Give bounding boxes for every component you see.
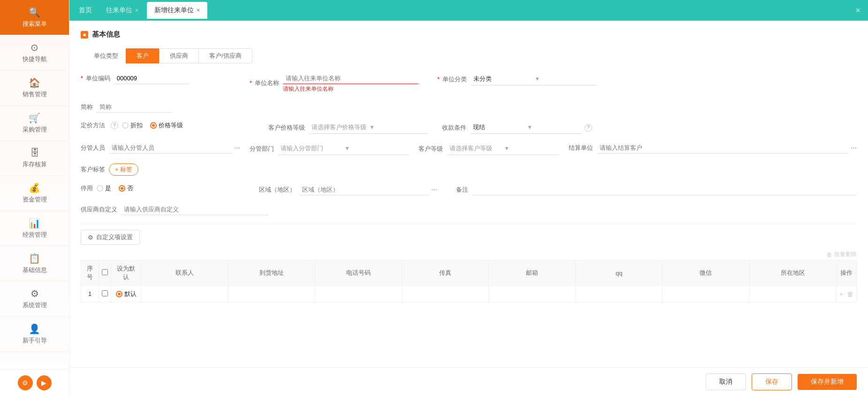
payment-help-icon[interactable]: ?	[585, 124, 592, 132]
guide-icon: 👤	[29, 323, 40, 334]
custom-settings-button[interactable]: ⚙ 自定义项设置	[81, 230, 140, 245]
delete-icon: 🗑	[827, 251, 832, 258]
add-row-icon[interactable]: +	[839, 290, 843, 298]
region-more-btn[interactable]: ···	[431, 186, 437, 194]
save-button[interactable]: 保存	[752, 373, 792, 390]
region-input[interactable]	[299, 184, 429, 195]
field-tag: 客户标签 + 标签	[81, 163, 857, 176]
add-tag-button[interactable]: + 标签	[109, 163, 138, 176]
payment-label: 收款条件	[442, 124, 466, 132]
col-fax: 传真	[402, 261, 488, 286]
section-title: ■ 基本信息	[81, 30, 857, 39]
sidebar-item-system[interactable]: ⚙ 系统管理	[0, 281, 69, 317]
system-icon: ⚙	[30, 288, 39, 299]
sidebar-item-search[interactable]: 🔍 搜索菜单	[0, 0, 69, 35]
qq-input[interactable]	[579, 288, 659, 299]
form-area: ■ 基本信息 单位类型 客户 供应商 客户/供应商 * 单位编码 *	[69, 21, 868, 367]
radio-no[interactable]: 否	[119, 184, 133, 193]
table-area: 🗑 批量删除 序号 设为默认 联系人 到货地址 电话号码 传真 邮箱 qq	[81, 250, 857, 303]
default-radio[interactable]: 默认	[114, 290, 138, 298]
sidebar-item-label: 搜索菜单	[23, 20, 47, 28]
contact-input[interactable]	[144, 288, 225, 299]
field-settlement: 结算单位 ···	[569, 142, 857, 154]
tag-label: 客户标签	[81, 165, 105, 174]
email-input[interactable]	[492, 288, 572, 299]
tab-partner-close[interactable]: ×	[135, 7, 138, 14]
window-close-button[interactable]: ×	[852, 4, 864, 17]
operations-icon: 📊	[29, 217, 40, 229]
search-icon: 🔍	[29, 7, 40, 18]
radio-discount[interactable]: 折扣	[122, 121, 143, 130]
col-contact: 联系人	[141, 261, 228, 286]
tab-partner[interactable]: 往来单位 ×	[99, 2, 146, 19]
field-category: * 单位分类 未分类 ▼	[437, 73, 597, 85]
unit-type-supplier[interactable]: 供应商	[159, 48, 198, 63]
name-error-msg: 请输入往来单位名称	[283, 85, 419, 93]
col-email: 邮箱	[489, 261, 576, 286]
custom-settings-label: 自定义项设置	[96, 233, 133, 241]
code-input[interactable]	[114, 73, 189, 84]
batch-delete-button[interactable]: 🗑 批量删除	[827, 250, 857, 258]
sidebar-item-operations[interactable]: 📊 经营管理	[0, 211, 69, 246]
sidebar-item-sales[interactable]: 🏠 销售管理	[0, 70, 69, 106]
sidebar-item-basic[interactable]: 📋 基础信息	[0, 246, 69, 281]
unit-type-both[interactable]: 客户/供应商	[198, 48, 252, 63]
field-region: 区域（地区） ···	[259, 184, 437, 195]
manager-more-btn[interactable]: ···	[234, 144, 240, 152]
select-all-checkbox[interactable]	[102, 269, 108, 275]
address-input[interactable]	[231, 288, 312, 299]
pricing-help-icon[interactable]: ?	[111, 122, 118, 129]
name-input[interactable]	[283, 73, 419, 84]
form-row-tag: 客户标签 + 标签	[81, 163, 857, 176]
sidebar-item-label: 库存核算	[23, 160, 47, 169]
tab-new-partner-close[interactable]: ×	[197, 7, 200, 14]
payment-select[interactable]: 现结 ▼	[470, 121, 582, 134]
department-select[interactable]: 请输入分管部门 ▼	[278, 142, 409, 155]
form-row-manager: 分管人员 ··· 分管部门 请输入分管部门 ▼ 客户等级 请选择客户等级 ▼	[81, 142, 857, 155]
delete-row-icon[interactable]: 🗑	[847, 290, 853, 298]
sidebar-bottom-icon1[interactable]: ⚙	[18, 375, 33, 390]
manager-input[interactable]	[109, 142, 232, 154]
category-select[interactable]: 未分类 ▼	[471, 73, 597, 85]
row-checkbox[interactable]	[102, 290, 108, 296]
sidebar-item-purchase[interactable]: 🛒 采购管理	[0, 106, 69, 141]
settlement-more-btn[interactable]: ···	[851, 144, 857, 152]
table-row: 1 默认	[81, 286, 857, 303]
abbr-input[interactable]	[97, 101, 172, 113]
remark-input[interactable]	[472, 184, 857, 195]
cell-region	[749, 286, 836, 303]
cell-action: + 🗑	[836, 286, 856, 303]
customer-price-select[interactable]: 请选择客户价格等级 ▼	[309, 121, 428, 134]
sidebar-item-guide[interactable]: 👤 新手引导	[0, 317, 69, 352]
pricing-radio-group: 折扣 价格等级	[122, 121, 183, 130]
col-qq: qq	[576, 261, 662, 286]
settlement-input[interactable]	[597, 142, 849, 154]
fax-input[interactable]	[405, 288, 486, 299]
wechat-input[interactable]	[665, 288, 746, 299]
tab-bar: 首页 往来单位 × 新增往来单位 × ×	[69, 0, 868, 21]
field-code: * 单位编码	[81, 73, 231, 84]
sidebar-item-quicknav[interactable]: ⊙ 快捷导航	[0, 35, 69, 70]
department-chevron: ▼	[344, 145, 406, 152]
region-table-input[interactable]	[753, 288, 833, 299]
row-actions: + 🗑	[839, 290, 853, 298]
phone-input[interactable]	[318, 288, 399, 299]
save-new-button[interactable]: 保存并新增	[798, 374, 857, 390]
sidebar-item-finance[interactable]: 💰 资金管理	[0, 176, 69, 211]
sidebar-bottom-icon2[interactable]: ▶	[37, 375, 52, 390]
supplier-custom-input[interactable]	[121, 204, 268, 215]
tab-new-partner[interactable]: 新增往来单位 ×	[147, 2, 207, 19]
tab-home[interactable]: 首页	[73, 2, 98, 19]
divider	[81, 224, 857, 224]
cancel-button[interactable]: 取消	[706, 373, 746, 390]
form-row-pricing: 定价方法 ? 折扣 价格等级 客户价格等级 请	[81, 121, 857, 134]
sidebar-item-label: 系统管理	[23, 301, 47, 310]
customer-level-select[interactable]: 请选择客户等级 ▼	[447, 142, 559, 155]
unit-type-customer[interactable]: 客户	[126, 48, 159, 63]
disabled-label: 停用	[81, 184, 93, 193]
radio-price-level[interactable]: 价格等级	[150, 121, 183, 130]
main-area: 首页 往来单位 × 新增往来单位 × × ■ 基本信息 单位类型 客户 供应商 …	[69, 0, 868, 396]
sidebar-item-inventory[interactable]: 🗄 库存核算	[0, 141, 69, 176]
field-manager: 分管人员 ···	[81, 142, 240, 154]
radio-yes[interactable]: 是	[97, 184, 111, 193]
